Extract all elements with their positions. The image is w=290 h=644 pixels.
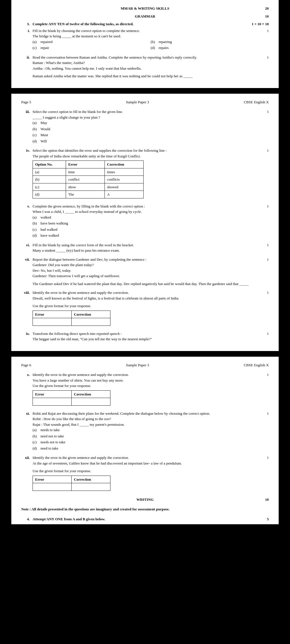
question-body: Attempt ANY ONE from A and B given below…: [33, 516, 269, 522]
question-line: Identify the error in the given sentence…: [33, 372, 269, 378]
question-body: Fill in the blank by choosing the correc…: [33, 28, 269, 51]
question-iii: iii. Select the correct option to fill i…: [21, 109, 269, 144]
question-line: Report the dialogue between Gardener and…: [33, 257, 269, 262]
page-header: Page 5 Sample Paper 3 CBSE English X: [21, 99, 269, 105]
question-v: v. Complete the given sentence, by filli…: [21, 204, 269, 239]
option-d: (d)Will: [33, 138, 260, 144]
question-line: Use the given format for your response.: [33, 303, 269, 309]
question-line: When I was a child, I _____ to school ev…: [33, 209, 269, 215]
page-1: MMAR & WRITING SKILLS 20 GRAMMAR 10 3. C…: [11, 0, 279, 88]
option-c: (c)repair: [33, 45, 142, 51]
question-marks: 1: [267, 331, 269, 337]
question-number: xi.: [21, 411, 33, 452]
section-marks: 10: [265, 497, 269, 502]
question-line: Select the correct option to fill in the…: [33, 109, 269, 115]
question-line: Fill in the blank by using the correct f…: [33, 242, 269, 248]
question-iv: iv. Select the option that identifies th…: [21, 148, 269, 200]
question-marks: 1: [267, 242, 269, 248]
question-body: Complete the given sentence, by filling …: [33, 204, 269, 239]
question-line: Fill in the blank by choosing the correc…: [33, 28, 269, 34]
question-xi: xi. Rohit and Rajat are discussing their…: [21, 411, 269, 452]
option-c: (c)Must: [33, 132, 260, 138]
question-line: Gardener: Then tomorrow I will get a sap…: [33, 273, 269, 279]
question-text: Attempt ANY ONE from A and B given below…: [33, 517, 105, 521]
question-body: Report the dialogue between Gardener and…: [33, 257, 269, 287]
options-container: (a)repaired (c)repair (b)repairing (d)re…: [33, 39, 269, 51]
question-line: The beggar said to the old man, "Can you…: [33, 336, 269, 342]
question-line: The people of India show remarkable unit…: [33, 153, 269, 159]
option-b: (b)Would: [33, 126, 260, 132]
page-number: Page 5: [21, 99, 31, 105]
question-number: x.: [21, 372, 33, 407]
section-marks: 20: [265, 6, 269, 11]
correction-table: ErrorCorrection: [33, 311, 110, 326]
question-number: iv.: [21, 148, 33, 200]
question-4: 4. Attempt ANY ONE from A and B given be…: [21, 516, 269, 522]
table-row: (c)showshowed: [33, 183, 144, 191]
option-a: (a)May: [33, 120, 260, 126]
question-marks: 1 × 10 = 10: [252, 21, 269, 27]
correction-table: ErrorCorrection: [33, 476, 110, 491]
question-body: Read the conversation between Raman and …: [33, 55, 269, 79]
option-c: (c)needs not to take: [33, 439, 260, 445]
question-line: Read the conversation between Raman and …: [33, 55, 269, 60]
question-viii: viii. Identify the error in the given se…: [21, 290, 269, 328]
question-vi: vi. Fill in the blank by using the corre…: [21, 242, 269, 253]
question-line: Complete the given sentence, by filling …: [33, 204, 269, 209]
question-line: Use the given format for your response.: [33, 383, 269, 389]
question-number: v.: [21, 204, 33, 239]
options-left: (a)repaired (c)repair: [33, 39, 151, 51]
table-row: [33, 318, 110, 326]
question-body: Identify the error in the given sentence…: [33, 455, 269, 493]
option-b: (b)need not to take: [33, 433, 260, 439]
section-title: MMAR & WRITING SKILLS: [121, 6, 169, 11]
question-body: Rohit and Rajat are discussing their pla…: [33, 411, 269, 452]
options-right: (b)repairing (d)repairs: [151, 39, 269, 51]
table-row: (b)conflictconflicts: [33, 176, 144, 183]
page-number: Page 6: [21, 362, 31, 368]
question-line: At the age of seventeen, Galileo know th…: [33, 461, 269, 466]
question-number: ii.: [21, 55, 33, 79]
question-number: ix.: [21, 331, 33, 342]
question-marks: 1: [267, 290, 269, 296]
subsection-marks: 10: [265, 14, 269, 19]
table-row: (a)timetimes: [33, 168, 144, 176]
question-ii: ii. Read the conversation between Raman …: [21, 55, 269, 79]
question-body: Select the option that identifies the er…: [33, 148, 269, 200]
question-line: Use the given format for your response.: [33, 468, 269, 474]
question-vii: vii. Report the dialogue between Gardene…: [21, 257, 269, 287]
correction-table: Option No.ErrorCorrection (a)timetimes (…: [33, 161, 144, 198]
question-text: Complete ANY TEN of twelve of the follow…: [33, 22, 134, 26]
option-d: (d)repairs: [151, 45, 260, 51]
question-ix: ix. Transform the following direct speec…: [21, 331, 269, 342]
subsection-header: GRAMMAR 10: [21, 14, 269, 19]
option-c: (c)had walked: [33, 227, 260, 232]
question-marks: 1: [267, 372, 269, 378]
question-body: Select the correct option to fill in the…: [33, 109, 269, 144]
question-line: Raman asked Anitha what the matter was. …: [33, 73, 269, 79]
question-body: Fill in the blank by using the correct f…: [33, 242, 269, 253]
option-b: (b)have been walking: [33, 221, 260, 226]
question-line: Diwali, well known as the festival of li…: [33, 296, 269, 301]
writing-section: WRITING 10: [21, 497, 269, 502]
question-line: Gardener: Did you water the plant today?: [33, 262, 269, 268]
question-line: Identify the error in the given sentence…: [33, 455, 269, 461]
question-line: Rajat : That sounds good, But I _____ my…: [33, 422, 269, 427]
section-header: MMAR & WRITING SKILLS 20: [21, 6, 269, 11]
question-marks: 1: [267, 204, 269, 209]
question-number: iii.: [21, 109, 33, 144]
question-marks: 1: [267, 28, 269, 34]
subsection-title: GRAMMAR: [135, 14, 155, 19]
question-line: _____ I suggest a slight change in your …: [33, 115, 269, 120]
question-line: Transform the following direct speech in…: [33, 331, 269, 337]
option-a: (a)repaired: [33, 39, 142, 45]
question-line: Raman : What's the matter, Anitha?: [33, 60, 269, 66]
table-row: Option No.ErrorCorrection: [33, 161, 144, 168]
section-title: WRITING: [137, 497, 154, 502]
question-number: viii.: [21, 290, 33, 328]
question-xii: xii. Identify the error in the given sen…: [21, 455, 269, 493]
question-line: Many a student _____ (try) hard to pass …: [33, 248, 269, 253]
question-marks: 1: [267, 148, 269, 153]
question-marks: 1: [267, 411, 269, 416]
subject-label: CBSE English X: [244, 362, 269, 368]
